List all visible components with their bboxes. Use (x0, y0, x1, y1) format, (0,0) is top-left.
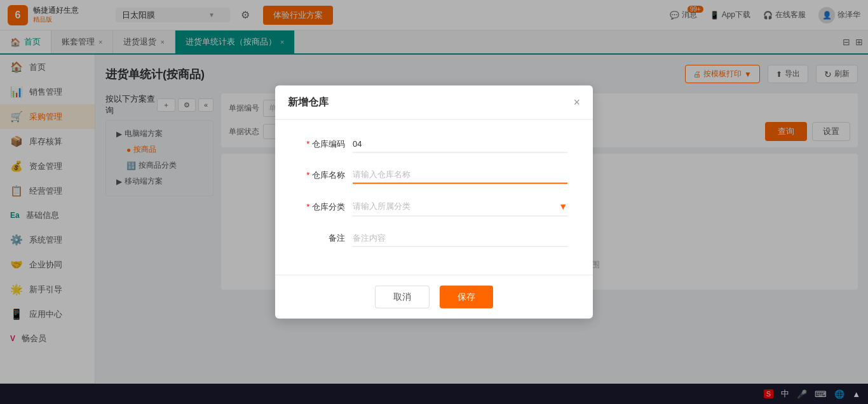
name-label: * 仓库名称 (301, 169, 345, 180)
category-dropdown-icon: ▼ (559, 201, 567, 212)
category-placeholder: 请输入所属分类 (353, 201, 410, 212)
form-row-code: * 仓库编码 (301, 135, 567, 153)
cancel-button[interactable]: 取消 (375, 286, 430, 309)
code-input[interactable] (353, 135, 567, 153)
modal-title: 新增仓库 (288, 96, 329, 109)
modal-body: * 仓库编码 * 仓库名称 * 仓库分类 请输入所属分类 ▼ (275, 120, 593, 275)
form-row-category: * 仓库分类 请输入所属分类 ▼ (301, 197, 567, 217)
modal-header: 新增仓库 × (275, 86, 593, 120)
add-warehouse-modal: 新增仓库 × * 仓库编码 * 仓库名称 * 仓库分类 请输入 (275, 86, 593, 319)
save-button[interactable]: 保存 (440, 286, 493, 309)
cat-required-mark: * (306, 201, 309, 211)
remark-input[interactable] (353, 229, 567, 247)
code-required-mark: * (306, 139, 309, 149)
category-label: * 仓库分类 (301, 201, 345, 212)
code-label: * 仓库编码 (301, 138, 345, 150)
form-row-name: * 仓库名称 (301, 166, 567, 184)
form-row-remark: 备注 (301, 229, 567, 247)
name-required-mark: * (306, 170, 309, 179)
name-input[interactable] (353, 166, 567, 184)
modal-footer: 取消 保存 (275, 275, 593, 319)
modal-close-icon[interactable]: × (573, 96, 580, 109)
category-select[interactable]: 请输入所属分类 ▼ (353, 197, 567, 217)
remark-label: 备注 (301, 232, 345, 244)
